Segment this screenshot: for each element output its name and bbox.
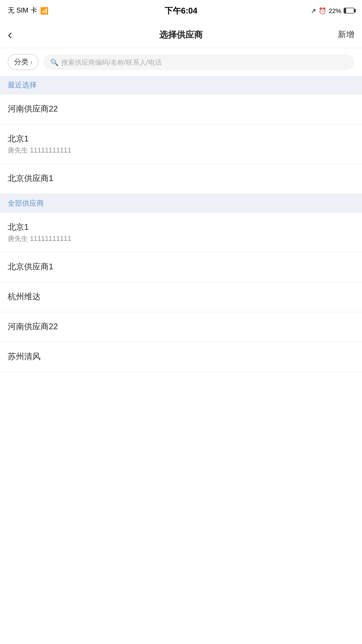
wifi-icon: 📶: [40, 7, 48, 14]
all-section-header: 全部供应商: [0, 194, 362, 213]
item-name: 苏州清风: [8, 351, 354, 362]
item-name: 北京供应商1: [8, 173, 354, 184]
status-bar: 无 SIM 卡 📶 下午6:04 ↗ ⏰ 22%: [0, 0, 362, 21]
battery-percent: 22%: [329, 7, 341, 14]
recent-section-label: 最近选择: [8, 81, 37, 89]
item-name: 北京1: [8, 133, 354, 144]
item-name: 杭州维达: [8, 291, 354, 302]
item-name: 河南供应商22: [8, 103, 354, 114]
page-title: 选择供应商: [159, 29, 203, 41]
item-detail: 唐先生 11111111111: [8, 235, 354, 243]
list-item[interactable]: 北京1唐先生 11111111111: [0, 125, 362, 164]
list-item[interactable]: 河南供应商22: [0, 95, 362, 125]
item-name: 河南供应商22: [8, 321, 354, 332]
list-item[interactable]: 北京供应商1: [0, 252, 362, 282]
filter-row: 分类 › 🔍: [0, 48, 362, 76]
all-list: 北京1唐先生 11111111111北京供应商1杭州维达河南供应商22苏州清风: [0, 213, 362, 372]
list-item[interactable]: 杭州维达: [0, 282, 362, 312]
all-section-label: 全部供应商: [8, 199, 44, 207]
category-filter[interactable]: 分类 ›: [8, 54, 39, 70]
nav-bar: ‹ 选择供应商 新增: [0, 21, 362, 48]
search-input[interactable]: [61, 58, 348, 66]
location-icon: ↗: [311, 7, 316, 14]
sim-label: 无 SIM 卡: [8, 6, 37, 15]
list-item[interactable]: 北京1唐先生 11111111111: [0, 213, 362, 252]
alarm-icon: ⏰: [319, 7, 326, 14]
back-button[interactable]: ‹: [8, 23, 16, 46]
battery-icon: [344, 8, 354, 14]
recent-section-header: 最近选择: [0, 76, 362, 95]
search-box: 🔍: [43, 55, 354, 70]
status-right: ↗ ⏰ 22%: [311, 7, 354, 14]
list-item[interactable]: 苏州清风: [0, 342, 362, 372]
status-left: 无 SIM 卡 📶: [8, 6, 48, 15]
recent-list: 河南供应商22北京1唐先生 11111111111北京供应商1: [0, 95, 362, 194]
category-label: 分类: [14, 57, 28, 67]
item-name: 北京供应商1: [8, 261, 354, 272]
add-button[interactable]: 新增: [338, 29, 354, 40]
item-detail: 唐先生 11111111111: [8, 146, 354, 155]
list-item[interactable]: 河南供应商22: [0, 312, 362, 342]
item-name: 北京1: [8, 222, 354, 233]
chevron-right-icon: ›: [30, 59, 32, 66]
status-time: 下午6:04: [165, 5, 197, 16]
search-icon: 🔍: [50, 58, 58, 66]
list-item[interactable]: 北京供应商1: [0, 164, 362, 194]
